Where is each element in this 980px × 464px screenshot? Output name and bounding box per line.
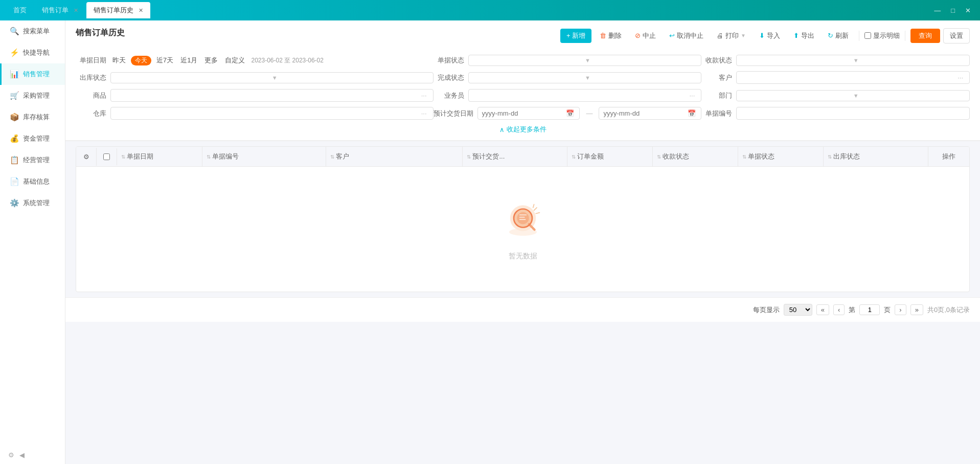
page-input[interactable] — [859, 304, 880, 315]
doc-status-select[interactable]: ▼ — [468, 55, 702, 66]
doc-number-field[interactable] — [741, 109, 965, 117]
salesperson-field[interactable] — [473, 92, 688, 99]
collapse-more-btn[interactable]: ∧ 收起更多条件 — [76, 125, 970, 134]
th-amount-sort-icon[interactable]: ⇅ — [572, 154, 576, 160]
out-status-select[interactable]: ▼ — [110, 72, 434, 83]
product-field[interactable] — [115, 92, 419, 99]
svg-rect-11 — [519, 219, 526, 220]
th-date-sort-icon[interactable]: ⇅ — [121, 154, 125, 160]
select-all-checkbox[interactable] — [103, 153, 110, 160]
department-select[interactable]: ▼ — [736, 90, 970, 101]
toolbar-divider — [859, 31, 859, 41]
print-icon: 🖨 — [717, 32, 723, 39]
page-header-section: 销售订单历史 + 新增 🗑 删除 ⊘ 中止 ↩ 取消中止 — [65, 20, 980, 141]
sidebar-item-search[interactable]: 🔍 搜索菜单 — [0, 20, 65, 42]
last-page-btn[interactable]: » — [910, 304, 923, 315]
product-input[interactable]: ··· — [110, 89, 434, 102]
date-yesterday-btn[interactable]: 昨天 — [110, 55, 128, 65]
customer-field[interactable] — [741, 74, 955, 81]
receipt-status-select[interactable]: ▼ — [736, 55, 970, 66]
new-button[interactable]: + 新增 — [560, 29, 591, 43]
salesperson-ellipsis[interactable]: ··· — [687, 92, 697, 99]
export-button[interactable]: ⬆ 导出 — [788, 29, 819, 43]
tab-home[interactable]: 首页 — [6, 2, 34, 18]
date-separator: — — [584, 109, 595, 117]
doc-number-input[interactable] — [736, 107, 970, 120]
sidebar-item-finance[interactable]: 💰 资金管理 — [0, 128, 65, 149]
filter-row-2: 出库状态 ▼ 完成状态 ▼ 客户 — [76, 71, 970, 84]
sales-icon: 📊 — [10, 70, 19, 79]
th-out-status-sort-icon[interactable]: ⇅ — [828, 154, 832, 160]
close-button[interactable]: ✕ — [962, 6, 974, 15]
sidebar-item-purchase[interactable]: 🛒 采购管理 — [0, 85, 65, 106]
date-more-btn[interactable]: 更多 — [202, 55, 220, 65]
th-checkbox[interactable] — [97, 148, 117, 165]
sidebar-bottom: ⚙ ◀ — [0, 446, 65, 464]
th-receipt-sort-icon[interactable]: ⇅ — [657, 154, 661, 160]
th-customer-sort-icon[interactable]: ⇅ — [330, 154, 334, 160]
sidebar-settings-icon[interactable]: ⚙ — [8, 451, 14, 459]
sidebar-item-sales[interactable]: 📊 销售管理 — [0, 63, 65, 85]
delete-button[interactable]: 🗑 删除 — [595, 29, 627, 43]
warehouse-input[interactable]: ··· — [110, 107, 434, 120]
delivery-date-to-field[interactable] — [603, 109, 687, 117]
th-status: ⇅ 单据状态 — [738, 147, 824, 166]
inventory-icon: 📦 — [10, 113, 19, 122]
th-delivery-sort-icon[interactable]: ⇅ — [467, 154, 471, 160]
filter-area: 单据日期 昨天 今天 近7天 近1月 更多 自定义 2023-06-02 至 — [65, 49, 980, 141]
close-tab-sales-order[interactable]: ✕ — [74, 7, 78, 14]
date-custom-btn[interactable]: 自定义 — [223, 55, 247, 65]
query-button[interactable]: 查询 — [910, 29, 940, 43]
customer-input[interactable]: ··· — [736, 71, 970, 84]
doc-status-label: 单据状态 — [434, 56, 464, 65]
import-button[interactable]: ⬇ 导入 — [754, 29, 785, 43]
date-7days-btn[interactable]: 近7天 — [154, 55, 175, 65]
doc-number-label: 单据编号 — [701, 109, 732, 118]
settings-button[interactable]: 设置 — [943, 28, 970, 43]
table-wrap: ⚙ ⇅ 单据日期 ⇅ 单据编号 ⇅ 客户 — [76, 146, 970, 292]
show-detail-toggle[interactable]: 显示明细 — [864, 31, 900, 40]
salesperson-input[interactable]: ··· — [468, 89, 702, 102]
refresh-button[interactable]: ↻ 刷新 — [823, 29, 854, 43]
warehouse-field[interactable] — [115, 109, 419, 117]
refresh-icon: ↻ — [828, 32, 833, 39]
delivery-date-from[interactable]: 📅 — [477, 107, 580, 120]
stop-button[interactable]: ⊘ 中止 — [630, 29, 661, 43]
settings-icon[interactable]: ⚙ — [83, 153, 89, 161]
th-settings[interactable]: ⚙ — [76, 148, 97, 166]
product-ellipsis[interactable]: ··· — [419, 92, 429, 99]
th-no-sort-icon[interactable]: ⇅ — [207, 154, 211, 160]
show-detail-checkbox[interactable] — [864, 32, 871, 39]
tab-sales-order[interactable]: 销售订单 ✕ — [35, 2, 85, 18]
per-page-select[interactable]: 50 10 20 100 — [784, 304, 812, 316]
first-page-btn[interactable]: « — [816, 304, 829, 315]
maximize-button[interactable]: □ — [948, 6, 958, 15]
sidebar-item-quick-nav[interactable]: ⚡ 快捷导航 — [0, 42, 65, 63]
customer-ellipsis[interactable]: ··· — [955, 74, 965, 81]
tab-sales-order-history[interactable]: 销售订单历史 ✕ — [86, 2, 150, 18]
minimize-button[interactable]: — — [931, 6, 944, 15]
sidebar: 🔍 搜索菜单 ⚡ 快捷导航 📊 销售管理 🛒 采购管理 📦 库存核算 💰 资金管… — [0, 20, 65, 464]
content-area: 销售订单历史 + 新增 🗑 删除 ⊘ 中止 ↩ 取消中止 — [65, 20, 980, 464]
svg-line-7 — [536, 213, 539, 214]
delivery-date-from-field[interactable] — [482, 109, 565, 117]
filter-warehouse: 仓库 ··· — [76, 107, 434, 120]
complete-status-select[interactable]: ▼ — [468, 72, 702, 83]
date-today-btn[interactable]: 今天 — [131, 56, 151, 65]
close-tab-sales-order-history[interactable]: ✕ — [139, 7, 143, 14]
sidebar-item-operation[interactable]: 📋 经营管理 — [0, 149, 65, 171]
next-page-btn[interactable]: › — [895, 304, 906, 315]
sidebar-collapse-icon[interactable]: ◀ — [19, 451, 25, 459]
delivery-date-to[interactable]: 📅 — [599, 107, 701, 120]
sidebar-item-inventory[interactable]: 📦 库存核算 — [0, 106, 65, 128]
cancel-stop-button[interactable]: ↩ 取消中止 — [664, 29, 709, 43]
date-1month-btn[interactable]: 近1月 — [178, 55, 199, 65]
product-label: 商品 — [76, 91, 106, 100]
sidebar-item-base-info[interactable]: 📄 基础信息 — [0, 171, 65, 192]
warehouse-ellipsis[interactable]: ··· — [419, 109, 429, 117]
print-button[interactable]: 🖨 打印 ▼ — [712, 29, 751, 43]
page-total: 共0页,0条记录 — [927, 305, 970, 315]
sidebar-item-system[interactable]: ⚙️ 系统管理 — [0, 192, 65, 214]
th-status-sort-icon[interactable]: ⇅ — [742, 154, 746, 160]
prev-page-btn[interactable]: ‹ — [833, 304, 845, 315]
